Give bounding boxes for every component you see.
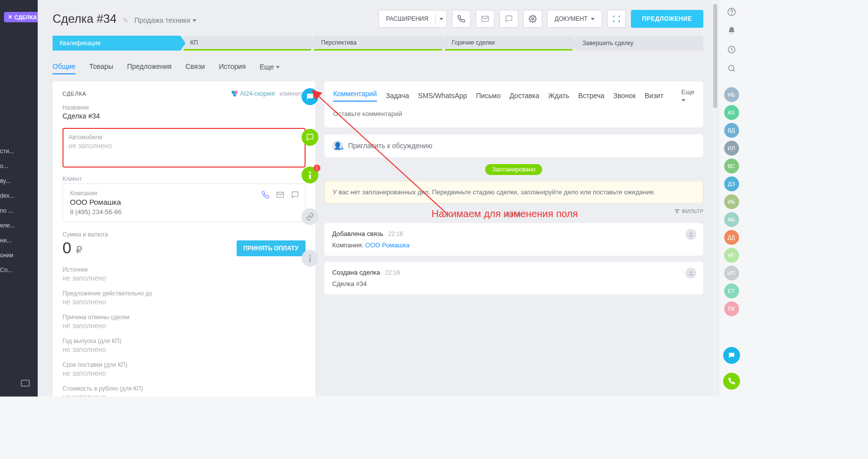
call-button[interactable] [452,10,471,28]
rail-avatar[interactable]: ВС [724,159,739,173]
atab-comment[interactable]: Комментарий [333,90,377,102]
email-button[interactable] [476,10,495,28]
deal-card-title: СДЕЛКА [62,91,86,97]
atab-meeting[interactable]: Встреча [578,92,605,100]
history-icon[interactable] [725,43,739,57]
dial-button[interactable] [723,373,740,390]
rail-avatar[interactable]: ВД [724,123,739,138]
rail-avatar[interactable]: ДЗ [724,176,739,191]
chat-button[interactable] [499,10,518,28]
sidebar-item[interactable]: dex... [0,188,38,203]
stage-perspective[interactable]: Перспектива [314,36,442,51]
atab-visit[interactable]: Визит [645,92,664,100]
edit-title-icon[interactable]: ✎ [123,16,128,24]
rail-avatar[interactable]: ЕТ [724,284,739,298]
rail-avatar[interactable]: ИЛ [724,141,739,156]
sidebar-item[interactable]: о... [0,159,38,173]
deal-chip[interactable]: ✕ СДЕЛКА [4,12,41,22]
proposal-button[interactable]: ПРЕДЛОЖЕНИЕ [631,10,703,28]
cars-label: Автомобили [68,134,300,141]
help-icon[interactable] [725,5,739,19]
client-phone[interactable]: 8 (495) 234-56-66 [70,208,298,216]
stage-finish[interactable]: Завершить сделку [575,36,703,51]
company-link[interactable]: ООО Ромашка [365,241,409,249]
field-value[interactable]: не заполнено [62,298,306,306]
tab-more[interactable]: Еще [259,59,280,74]
scan-button[interactable] [607,10,626,28]
sidebar-item[interactable]: еле... [0,218,38,233]
atab-mail[interactable]: Письмо [476,92,501,100]
activity-panel: Комментарий Задача SMS/WhatsApp Письмо Д… [324,81,703,294]
invite-box[interactable]: 👤+ Пригласить к обсуждению [324,134,703,157]
rail-avatar[interactable]: ДД [724,230,739,245]
sidebar-item[interactable]: по ... [0,203,38,218]
cars-highlight-box: Автомобили не заполнено [62,128,306,168]
rail-avatar[interactable]: НГ [724,248,739,263]
atab-task[interactable]: Задача [386,92,409,100]
mail-icon[interactable] [276,191,284,199]
settings-button[interactable] [523,10,542,28]
messenger-button[interactable] [723,347,740,364]
field-value[interactable]: не заполнено [62,393,306,397]
chevron-down-icon [192,19,196,22]
discuss-round-button[interactable] [302,129,318,146]
sidebar-item[interactable]: Сп... [0,263,38,278]
field-value[interactable]: не заполнено [62,369,306,377]
amount-value[interactable]: 0 ₽ [62,239,82,257]
field-value[interactable]: не заполнено [62,345,306,353]
stage-qualification[interactable]: Квалификация [53,36,181,51]
ai-scoring-link[interactable]: AI24-скоринг [231,90,275,97]
scrollbar-thumb[interactable] [713,4,717,108]
tab-history[interactable]: История [219,59,246,74]
search-icon[interactable] [725,61,739,75]
sidebar-item[interactable]: ни... [0,233,38,248]
stage-hot[interactable]: Горячие сделки [445,36,573,51]
rail-avatar[interactable]: АХ [724,105,739,120]
annotation-text: Нажимаем для изменения поля [432,208,578,220]
feed-filter[interactable]: ФИЛЬТР [675,208,703,214]
field-value[interactable]: не заполнено [62,274,306,282]
header: Сделка #34 ✎ Продажа техники РАСШИРЕНИЯ [53,5,703,36]
rail-avatar[interactable]: АБ [724,212,739,227]
field-value[interactable]: не заполнено [62,322,306,330]
atab-call[interactable]: Звонок [614,92,636,100]
rail-avatar[interactable]: ПК [724,301,739,316]
field-label: Срок поставки (для КП) [62,361,306,368]
bell-icon[interactable] [725,24,739,38]
chat-icon[interactable] [291,191,299,199]
tab-links[interactable]: Связи [186,59,205,74]
rail-avatar[interactable]: ИБ [724,194,739,209]
tab-products[interactable]: Товары [89,59,113,74]
ai-scoring-icon [231,90,238,97]
comment-input[interactable] [333,108,694,119]
info-round-button[interactable] [302,250,318,267]
comment-round-button[interactable] [302,88,318,105]
sidebar-item[interactable]: онии [0,248,38,263]
rail-avatar[interactable]: ИП [724,266,739,281]
pipeline-selector[interactable]: Продажа техники [134,16,196,24]
print-icon[interactable] [21,380,30,387]
atab-wait[interactable]: Ждать [548,92,569,100]
close-icon[interactable]: ✕ [8,14,12,20]
invite-label: Пригласить к обсуждению [348,142,433,150]
sidebar-item[interactable]: ву... [0,173,38,188]
accept-payment-button[interactable]: ПРИНЯТЬ ОПЛАТУ [237,240,306,256]
phone-icon[interactable] [261,191,269,199]
atab-sms[interactable]: SMS/WhatsApp [418,92,467,100]
stage-kp[interactable]: КП [184,36,311,51]
cars-value[interactable]: не заполнено [68,142,300,150]
svg-rect-6 [309,258,311,262]
info-alert-round-button[interactable]: 1 [302,167,318,183]
client-box[interactable]: Компания ООО Ромашка 8 (495) 234-56-66 [62,183,306,222]
client-company[interactable]: ООО Ромашка [70,198,298,206]
sidebar-item[interactable]: сти... [0,144,38,159]
atab-more[interactable]: Еще [682,88,694,103]
extensions-button[interactable]: РАСШИРЕНИЯ [378,10,447,28]
document-button[interactable]: ДОКУМЕНТ [547,10,602,28]
rail-avatar[interactable]: НБ [724,87,739,102]
tab-general[interactable]: Общие [53,59,75,74]
tab-proposals[interactable]: Предложения [127,59,172,74]
name-value[interactable]: Сделка #34 [62,112,306,120]
atab-delivery[interactable]: Доставка [509,92,539,100]
link-round-button[interactable] [302,208,318,225]
